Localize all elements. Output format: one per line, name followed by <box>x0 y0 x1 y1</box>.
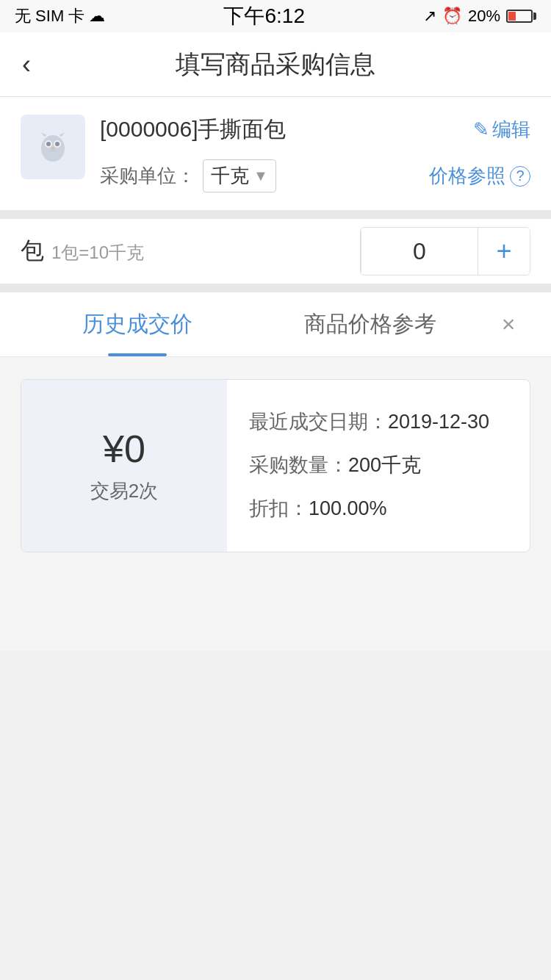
unit-select[interactable]: 千克 ▼ <box>203 159 276 192</box>
discount-value: 100.00% <box>309 497 387 519</box>
tab-active-indicator <box>108 353 167 356</box>
product-info: [0000006]手撕面包 ✎ 编辑 采购单位： 千克 ▼ 价格参照 ? <box>100 115 530 192</box>
svg-marker-8 <box>59 132 65 137</box>
history-detail-panel: 最近成交日期：2019-12-30 采购数量：200千克 折扣：100.00% <box>227 380 530 552</box>
status-left: 无 SIM 卡 ☁ <box>15 5 105 27</box>
svg-point-4 <box>55 142 60 146</box>
purchase-qty-value: 200千克 <box>348 454 421 476</box>
product-unit-row: 采购单位： 千克 ▼ 价格参照 ? <box>100 159 530 192</box>
price-ref-label: 价格参照 <box>429 163 505 189</box>
product-name: [0000006]手撕面包 <box>100 115 286 145</box>
page-title: 填写商品采购信息 <box>176 48 375 82</box>
battery-icon <box>506 10 536 23</box>
status-bar: 无 SIM 卡 ☁ 下午6:12 ↗ ⏰ 20% <box>0 0 551 32</box>
unit-arrow-icon: ▼ <box>253 167 268 184</box>
discount-row: 折扣：100.00% <box>249 493 508 525</box>
recent-date-row: 最近成交日期：2019-12-30 <box>249 406 508 438</box>
edit-button[interactable]: ✎ 编辑 <box>473 117 530 143</box>
section-divider-2 <box>0 284 551 292</box>
unit-label: 采购单位： <box>100 163 195 189</box>
discount-label: 折扣： <box>249 497 309 519</box>
purchase-qty-row: 采购数量：200千克 <box>249 450 508 481</box>
section-divider <box>0 210 551 219</box>
location-icon: ↗ <box>423 7 436 26</box>
sim-status: 无 SIM 卡 ☁ <box>15 5 105 27</box>
tab-close-button[interactable]: × <box>486 303 530 347</box>
status-right: ↗ ⏰ 20% <box>423 7 536 26</box>
quantity-add-button[interactable]: + <box>478 228 530 275</box>
product-header: [0000006]手撕面包 ✎ 编辑 <box>100 115 530 145</box>
product-card: [0000006]手撕面包 ✎ 编辑 采购单位： 千克 ▼ 价格参照 ? <box>0 97 551 210</box>
content-area: ¥0 交易2次 最近成交日期：2019-12-30 采购数量：200千克 折扣：… <box>0 357 551 651</box>
tab-product-label: 商品价格参考 <box>304 309 436 339</box>
quantity-label-group: 包 1包=10千克 <box>21 235 144 267</box>
history-price-panel: ¥0 交易2次 <box>21 380 227 552</box>
tabs-bar: 历史成交价 商品价格参考 × <box>0 292 551 357</box>
edit-label: 编辑 <box>492 117 530 143</box>
status-time: 下午6:12 <box>223 2 305 30</box>
svg-point-3 <box>46 142 51 146</box>
history-trade-count: 交易2次 <box>90 478 158 504</box>
history-card: ¥0 交易2次 最近成交日期：2019-12-30 采购数量：200千克 折扣：… <box>21 379 530 552</box>
nav-bar: ‹ 填写商品采购信息 <box>0 32 551 97</box>
quantity-unit-big: 包 <box>21 235 44 267</box>
unit-value: 千克 <box>211 163 249 189</box>
quantity-unit-sub: 1包=10千克 <box>51 241 144 264</box>
recent-date-label: 最近成交日期： <box>249 411 388 433</box>
price-reference-button[interactable]: 价格参照 ? <box>429 163 530 189</box>
edit-icon: ✎ <box>473 118 489 141</box>
tab-history-price[interactable]: 历史成交价 <box>21 292 253 356</box>
back-button[interactable]: ‹ <box>15 42 38 87</box>
history-price-value: ¥0 <box>103 427 145 471</box>
quantity-input[interactable] <box>361 228 478 275</box>
price-ref-help-icon: ? <box>510 166 530 187</box>
tab-history-label: 历史成交价 <box>82 309 192 339</box>
recent-date-value: 2019-12-30 <box>388 411 489 433</box>
battery-percent: 20% <box>468 7 500 26</box>
product-thumbnail <box>21 115 85 179</box>
tab-product-price[interactable]: 商品价格参考 <box>253 292 486 356</box>
svg-marker-7 <box>41 132 47 137</box>
purchase-qty-label: 采购数量： <box>249 454 348 476</box>
quantity-input-group[interactable]: + <box>360 227 530 275</box>
quantity-row: 包 1包=10千克 + <box>0 219 551 284</box>
alarm-icon: ⏰ <box>442 7 462 26</box>
